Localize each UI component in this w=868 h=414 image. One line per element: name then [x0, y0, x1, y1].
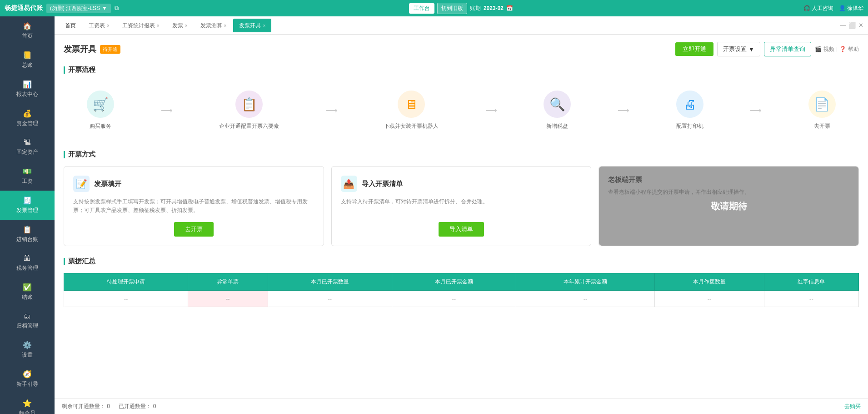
method-import-icon: 📤 — [341, 176, 357, 192]
process-section-title: 开票流程 — [64, 66, 859, 74]
step-add-taxdisk[interactable]: 🔍 新增税盘 — [544, 91, 571, 130]
cell-month-void: -- — [655, 291, 764, 307]
purchase-icon: 📋 — [23, 225, 32, 234]
page-content: 发票开具 待开通 立即开通 开票设置 ▼ 异常清单查询 🎬 视频 | ❓ — [55, 35, 868, 399]
sidebar-item-purchase[interactable]: 📋 进销台账 — [0, 220, 55, 249]
col-abnormal: 异常单票 — [188, 273, 268, 291]
tab-salary-report[interactable]: 工资统计报表 × — [116, 19, 165, 32]
sidebar-item-reports[interactable]: 📊 报表中心 — [0, 75, 55, 104]
top-bar-right: 🎧 人工咨询 👤 徐泽华 — [803, 5, 863, 12]
tab-salary-table[interactable]: 工资表 × — [83, 19, 115, 32]
copy-icon[interactable]: ⧉ — [115, 5, 119, 12]
worktable-button[interactable]: 工作台 — [409, 3, 434, 14]
sidebar-item-member[interactable]: ⭐ 畅会员 — [0, 394, 55, 414]
sidebar-item-guide[interactable]: 🧭 新手引导 — [0, 364, 55, 394]
tab-invoice-calc[interactable]: 发票测算 × — [195, 19, 233, 32]
tab-salary-report-close[interactable]: × — [157, 23, 160, 28]
step-issue-invoice[interactable]: 📄 去开票 — [808, 91, 836, 130]
switch-version-button[interactable]: 切到旧版 — [437, 3, 467, 14]
settings-label: 开票设置 — [723, 45, 747, 53]
help-label: 帮助 — [848, 45, 859, 53]
settle-icon: ✅ — [23, 283, 32, 292]
issue-invoice-label: 去开票 — [814, 122, 830, 130]
sidebar-item-home[interactable]: 🏠 首页 — [0, 16, 55, 45]
methods-section-title: 开票方式 — [64, 150, 859, 159]
tab-bar: 首页 工资表 × 工资统计报表 × 发票 × 发票测算 × 发票开具 × — [55, 16, 868, 35]
tab-home[interactable]: 首页 — [59, 19, 82, 32]
sidebar-item-archive[interactable]: 🗂 归档管理 — [0, 307, 55, 335]
tax-icon: 🏛 — [24, 254, 31, 263]
sidebar-item-capital[interactable]: 💰 资金管理 — [0, 104, 55, 133]
tab-invoice-tool-close[interactable]: × — [263, 23, 265, 28]
arrow-4: ⟶ — [618, 106, 629, 116]
methods-grid: 📝 发票填开 支持按照发票样式手工填写开发票；可开具增值税电子普通发票、增值税普… — [64, 166, 859, 246]
tab-invoice-tool[interactable]: 发票开具 × — [233, 19, 271, 32]
tab-invoice-list-label: 发票 — [172, 22, 183, 30]
tab-home-label: 首页 — [65, 22, 76, 30]
tab-salary-table-label: 工资表 — [89, 22, 105, 30]
cell-red-info: -- — [764, 291, 858, 307]
archive-icon: 🗂 — [24, 312, 31, 320]
tab-actions: — ⬜ ✕ — [840, 22, 863, 29]
open-now-button[interactable]: 立即开通 — [675, 42, 713, 56]
top-bar: 畅捷通易代账 (勿删) 江西服宝-LSS ▼ ⧉ 工作台 切到旧版 账期 202… — [0, 0, 868, 16]
sidebar-label-reports: 报表中心 — [16, 91, 38, 98]
opened-value: 0 — [153, 403, 156, 409]
process-section: 开票流程 🛒 购买服务 ⟶ 📋 企业开通配置开票六要素 ⟶ 🖥 下载并安 — [64, 66, 859, 139]
headset-icon: 🎧 — [803, 5, 810, 11]
tab-invoice-list-close[interactable]: × — [185, 23, 188, 28]
sidebar-item-tax[interactable]: 🏛 税务管理 — [0, 249, 55, 278]
home-icon: 🏠 — [23, 22, 32, 30]
import-list-button[interactable]: 导入清单 — [439, 222, 484, 237]
open-settings-button[interactable]: 开票设置 ▼ — [717, 42, 760, 56]
sidebar: 🏠 首页 📒 总账 📊 报表中心 💰 资金管理 🏗 固定资产 💵 工资 🧾 发票… — [0, 16, 55, 414]
sidebar-item-salary[interactable]: 💵 工资 — [0, 162, 55, 191]
abnormal-query-button[interactable]: 异常清单查询 — [764, 42, 811, 56]
guide-icon: 🧭 — [23, 370, 32, 379]
buy-link[interactable]: 去购买 — [844, 403, 861, 410]
tab-salary-table-close[interactable]: × — [107, 23, 110, 28]
step-config-printer[interactable]: 🖨 配置打印机 — [676, 91, 703, 130]
method-import-title: 导入开票清单 — [362, 180, 403, 188]
step-config-enterprise[interactable]: 📋 企业开通配置开票六要素 — [219, 91, 279, 130]
method-import-header: 📤 导入开票清单 — [341, 176, 582, 192]
tab-invoice-list[interactable]: 发票 × — [166, 19, 194, 32]
calendar-icon[interactable]: 📅 — [506, 5, 513, 11]
settings-icon: ⚙️ — [23, 341, 32, 349]
video-icon[interactable]: 🎬 — [815, 46, 822, 52]
config-printer-label: 配置打印机 — [676, 122, 703, 130]
method-import-desc: 支持导入待开票清单，可对待开票清单进行拆分、合并处理。 — [341, 197, 582, 215]
restore-icon[interactable]: ⬜ — [848, 22, 856, 29]
sidebar-label-tax: 税务管理 — [16, 264, 38, 272]
sidebar-item-ledger[interactable]: 📒 总账 — [0, 45, 55, 75]
step-download-robot[interactable]: 🖥 下载并安装开票机器人 — [384, 91, 439, 130]
sidebar-item-invoice[interactable]: 🧾 发票管理 — [0, 191, 55, 220]
user-avatar[interactable]: 👤 徐泽华 — [839, 5, 863, 12]
cell-month-amount: -- — [392, 291, 516, 307]
close-window-icon[interactable]: ✕ — [858, 22, 863, 29]
arrow-3: ⟶ — [485, 106, 497, 116]
sidebar-label-guide: 新手引导 — [16, 380, 38, 388]
cell-year-amount: -- — [516, 291, 654, 307]
user-service[interactable]: 🎧 人工咨询 — [803, 5, 833, 12]
issue-invoice-icon: 📄 — [808, 91, 836, 118]
minimize-icon[interactable]: — — [840, 22, 846, 29]
go-invoice-button[interactable]: 去开票 — [174, 222, 214, 237]
sidebar-item-assets[interactable]: 🏗 固定资产 — [0, 133, 55, 162]
help-icon[interactable]: ❓ — [839, 46, 846, 52]
company-selector[interactable]: (勿删) 江西服宝-LSS ▼ — [46, 4, 111, 13]
config-printer-icon: 🖨 — [676, 91, 703, 118]
app-logo: 畅捷通易代账 — [5, 4, 43, 12]
step-buy-service[interactable]: 🛒 购买服务 — [87, 91, 114, 130]
settings-dropdown-icon: ▼ — [748, 46, 754, 53]
avatar-icon: 👤 — [839, 5, 846, 11]
buy-service-label: 购买服务 — [90, 122, 111, 130]
tab-invoice-calc-close[interactable]: × — [224, 23, 227, 28]
member-icon: ⭐ — [23, 399, 32, 408]
sidebar-item-settle[interactable]: ✅ 结账 — [0, 278, 55, 307]
process-flow: 🛒 购买服务 ⟶ 📋 企业开通配置开票六要素 ⟶ 🖥 下载并安装开票机器人 ⟶ — [64, 81, 859, 139]
arrow-5: ⟶ — [750, 106, 762, 116]
salary-icon: 💵 — [23, 167, 32, 176]
cell-month-count: -- — [268, 291, 392, 307]
sidebar-item-settings[interactable]: ⚙️ 设置 — [0, 335, 55, 364]
